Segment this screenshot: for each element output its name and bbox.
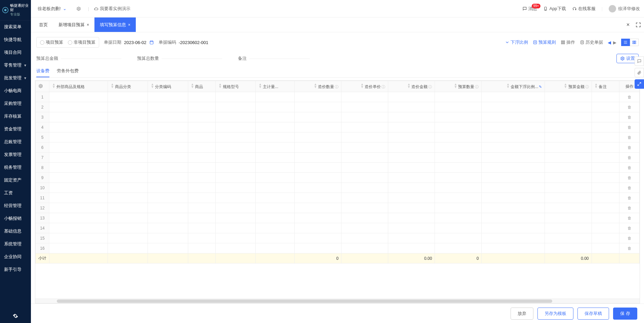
subtab-equipment-fee[interactable]: 设备费	[36, 68, 49, 77]
table-cell[interactable]	[295, 243, 341, 253]
delete-icon[interactable]: 🗑	[628, 125, 632, 130]
table-cell[interactable]	[49, 243, 108, 253]
operate-button[interactable]: 操作	[561, 39, 575, 45]
table-cell[interactable]	[188, 213, 215, 223]
sidebar-item[interactable]: 系统管理	[0, 238, 31, 250]
column-header[interactable]: 商品	[188, 81, 215, 92]
column-header[interactable]: 外部商品及规格	[49, 81, 108, 92]
delete-icon[interactable]: 🗑	[628, 226, 632, 231]
table-cell[interactable]	[482, 203, 545, 213]
org-switcher[interactable]: 徐老板勿删! ⌄	[35, 4, 69, 13]
table-cell[interactable]	[108, 213, 148, 223]
radio-project-budget[interactable]: 项目预算	[40, 39, 63, 45]
table-cell[interactable]	[295, 102, 341, 112]
table-cell[interactable]	[545, 122, 592, 132]
tab[interactable]: 填写预算信息×	[94, 17, 136, 32]
table-cell[interactable]	[215, 112, 255, 122]
table-cell[interactable]	[215, 223, 255, 233]
table-cell[interactable]	[592, 153, 619, 163]
float-ratio-button[interactable]: 下浮比例	[505, 39, 528, 45]
table-row[interactable]: 5🗑	[36, 132, 640, 143]
table-cell[interactable]: 🗑	[619, 223, 640, 233]
table-cell[interactable]	[295, 132, 341, 143]
table-cell[interactable]	[256, 203, 295, 213]
table-cell[interactable]	[188, 243, 215, 253]
sidebar-item[interactable]: 企业协同	[0, 250, 31, 263]
table-cell[interactable]	[148, 213, 188, 223]
table-cell[interactable]	[482, 223, 545, 233]
save-as-template-button[interactable]: 另存为模板	[537, 308, 573, 320]
table-cell[interactable]	[435, 213, 482, 223]
sidebar-item[interactable]: 小畅报销	[0, 212, 31, 225]
table-row[interactable]: 11🗑	[36, 193, 640, 203]
table-cell[interactable]: 🗑	[619, 233, 640, 243]
table-cell[interactable]	[148, 233, 188, 243]
horizontal-scrollbar[interactable]	[35, 298, 640, 303]
column-header[interactable]: 金额下浮比例...✎	[482, 81, 545, 92]
sidebar-item[interactable]: 税务管理	[0, 161, 31, 174]
table-cell[interactable]	[482, 213, 545, 223]
table-cell[interactable]	[188, 132, 215, 143]
message-button[interactable]: 消息 99+	[522, 6, 537, 12]
table-cell[interactable]	[148, 132, 188, 143]
table-row[interactable]: 6🗑	[36, 143, 640, 153]
table-cell[interactable]	[148, 143, 188, 153]
column-header[interactable]: 预算金额ⓘ	[545, 81, 592, 92]
sidebar-item[interactable]: 搜索菜单	[0, 21, 31, 33]
table-cell[interactable]	[435, 102, 482, 112]
table-cell[interactable]: 🗑	[619, 132, 640, 143]
table-cell[interactable]	[295, 92, 341, 102]
table-cell[interactable]	[341, 243, 388, 253]
table-cell[interactable]	[592, 193, 619, 203]
sidebar-item[interactable]: 固定资产	[0, 174, 31, 187]
table-cell[interactable]	[215, 163, 255, 173]
table-cell[interactable]	[108, 143, 148, 153]
table-cell[interactable]	[108, 233, 148, 243]
table-cell[interactable]	[388, 243, 435, 253]
table-cell[interactable]	[388, 122, 435, 132]
table-cell[interactable]	[295, 223, 341, 233]
table-cell[interactable]	[435, 153, 482, 163]
table-cell[interactable]	[341, 203, 388, 213]
view-list-button[interactable]	[621, 39, 630, 46]
table-cell[interactable]	[256, 223, 295, 233]
side-tool-expand[interactable]	[635, 79, 644, 89]
table-row[interactable]: 2🗑	[36, 102, 640, 112]
table-cell[interactable]	[49, 223, 108, 233]
table-cell[interactable]	[592, 143, 619, 153]
table-cell[interactable]	[545, 132, 592, 143]
table-cell[interactable]	[295, 213, 341, 223]
table-cell[interactable]	[435, 122, 482, 132]
table-cell[interactable]	[188, 183, 215, 193]
table-row[interactable]: 7🗑	[36, 153, 640, 163]
table-cell[interactable]	[256, 243, 295, 253]
table-cell[interactable]	[482, 233, 545, 243]
column-header[interactable]: 分类编码	[148, 81, 188, 92]
table-cell[interactable]	[108, 173, 148, 183]
table-cell[interactable]	[388, 233, 435, 243]
sidebar-item[interactable]: 经营管理	[0, 199, 31, 212]
table-cell[interactable]	[49, 102, 108, 112]
table-cell[interactable]	[388, 102, 435, 112]
table-cell[interactable]	[482, 122, 545, 132]
table-cell[interactable]	[215, 92, 255, 102]
table-cell[interactable]	[256, 163, 295, 173]
table-cell[interactable]	[435, 193, 482, 203]
table-cell[interactable]	[341, 132, 388, 143]
table-cell[interactable]	[592, 223, 619, 233]
table-cell[interactable]	[388, 193, 435, 203]
table-cell[interactable]	[482, 193, 545, 203]
column-header[interactable]: 造价金额ⓘ	[388, 81, 435, 92]
table-cell[interactable]	[108, 223, 148, 233]
delete-icon[interactable]: 🗑	[628, 196, 632, 200]
table-cell[interactable]	[341, 233, 388, 243]
table-cell[interactable]: 🗑	[619, 213, 640, 223]
table-cell[interactable]: 🗑	[619, 243, 640, 253]
sidebar-item[interactable]: 总账管理	[0, 135, 31, 148]
table-cell[interactable]	[435, 233, 482, 243]
table-cell[interactable]	[108, 132, 148, 143]
table-cell[interactable]	[256, 132, 295, 143]
table-cell[interactable]	[215, 173, 255, 183]
table-cell[interactable]	[108, 243, 148, 253]
table-cell[interactable]	[435, 143, 482, 153]
